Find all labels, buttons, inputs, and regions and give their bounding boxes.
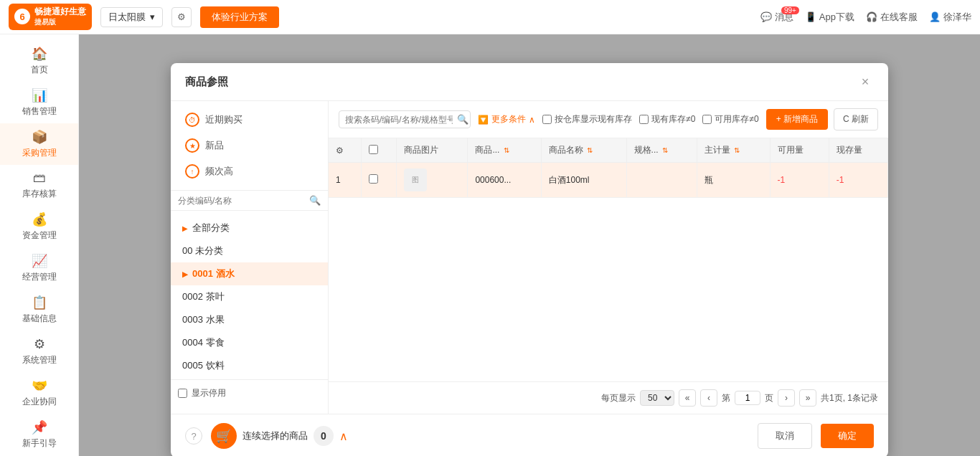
product-search-icon[interactable]: 🔍 bbox=[457, 114, 468, 125]
category-search-input[interactable] bbox=[178, 196, 306, 206]
app-layout: 🏠 首页 📊 销售管理 📦 采购管理 🗃 库存核算 💰 资金管理 📈 经营管理 … bbox=[0, 34, 980, 456]
freq-label: 频次高 bbox=[205, 165, 233, 178]
sidebar: 🏠 首页 📊 销售管理 📦 采购管理 🗃 库存核算 💰 资金管理 📈 经营管理 … bbox=[0, 34, 79, 456]
store-name: 日太阳膜 bbox=[108, 11, 146, 24]
category-search: 🔍 bbox=[171, 190, 328, 211]
product-search-input[interactable] bbox=[345, 115, 453, 125]
row-stock: -1 bbox=[829, 163, 887, 198]
sidebar-label-finance: 资金管理 bbox=[22, 229, 57, 242]
col-image: 商品图片 bbox=[396, 138, 467, 163]
sidebar-label-operation: 经营管理 bbox=[22, 271, 57, 283]
check-usable-stock[interactable]: 可用库存≠0 bbox=[702, 113, 758, 125]
cat-all[interactable]: ▶ 全部分类 bbox=[171, 217, 328, 239]
recent-purchases-btn[interactable]: ⏱ 近期购买 bbox=[178, 108, 321, 131]
row-no: 1 bbox=[329, 163, 361, 198]
sidebar-item-inventory[interactable]: 🗃 库存核算 bbox=[0, 165, 78, 206]
add-product-button[interactable]: + 新增商品 bbox=[766, 109, 828, 130]
row-unit: 瓶 bbox=[697, 163, 770, 198]
cat-all-arrow: ▶ bbox=[182, 224, 188, 232]
col-name[interactable]: 商品名称 ⇅ bbox=[541, 138, 626, 163]
sidebar-item-guide[interactable]: 📌 新手引导 bbox=[0, 414, 78, 455]
available-stock-checkbox[interactable] bbox=[639, 115, 649, 124]
col-checkbox[interactable] bbox=[361, 138, 396, 163]
cat-all-label: 全部分类 bbox=[192, 222, 230, 234]
sidebar-label-collab: 企业协同 bbox=[22, 396, 57, 408]
home-icon: 🏠 bbox=[32, 46, 47, 62]
sidebar-label-purchase: 采购管理 bbox=[22, 147, 57, 159]
new-label: 新品 bbox=[205, 139, 224, 152]
row-spec bbox=[626, 163, 697, 198]
cancel-button[interactable]: 取消 bbox=[758, 423, 812, 449]
mobile-icon: 📱 bbox=[805, 11, 816, 22]
new-products-btn[interactable]: ★ 新品 bbox=[178, 134, 321, 157]
online-service-link[interactable]: 🎧 在线客服 bbox=[866, 11, 918, 24]
recent-icon: ⏱ bbox=[185, 113, 199, 127]
logo-icon: 6 bbox=[14, 9, 30, 24]
first-page-btn[interactable]: « bbox=[679, 389, 696, 407]
cat-tea[interactable]: 0002 茶叶 bbox=[171, 285, 328, 308]
col-spec[interactable]: 规格... ⇅ bbox=[626, 138, 697, 163]
online-service-label: 在线客服 bbox=[880, 11, 918, 24]
category-search-icon[interactable]: 🔍 bbox=[309, 195, 321, 206]
filter-bar: 🔍 🔽 更多条件 ∧ 按仓库显示现有库存 bbox=[329, 101, 888, 138]
sidebar-item-sales[interactable]: 📊 销售管理 bbox=[0, 82, 78, 123]
cat-fruit[interactable]: 0003 水果 bbox=[171, 308, 328, 331]
next-page-btn[interactable]: › bbox=[778, 389, 795, 407]
sidebar-item-home[interactable]: 🏠 首页 bbox=[0, 40, 78, 82]
trial-button[interactable]: 体验行业方案 bbox=[200, 6, 279, 28]
prev-page-btn[interactable]: ‹ bbox=[700, 389, 717, 407]
row-name: 白酒100ml bbox=[541, 163, 626, 198]
cat-liquor-label: 0001 酒水 bbox=[192, 267, 235, 280]
table-header-row: ⚙ 商品图片 商品... ⇅ bbox=[329, 138, 888, 163]
table-row[interactable]: 1 图 000600... 白酒100ml 瓶 bbox=[329, 163, 888, 198]
sidebar-item-finance[interactable]: 💰 资金管理 bbox=[0, 206, 78, 247]
row-checkbox-cell[interactable] bbox=[361, 163, 396, 198]
store-selector[interactable]: 日太阳膜 ▾ bbox=[100, 7, 163, 27]
show-disabled-checkbox[interactable] bbox=[178, 389, 187, 398]
help-button[interactable]: ? bbox=[185, 427, 202, 445]
sidebar-item-collab[interactable]: 🤝 企业协同 bbox=[0, 372, 78, 414]
page-input[interactable] bbox=[735, 391, 760, 405]
top-nav: 6 畅捷通好生意 捷易版 日太阳膜 ▾ ⚙ 体验行业方案 💬 消息 99+ 📱 … bbox=[0, 0, 980, 34]
check-warehouse-stock[interactable]: 按仓库显示现有库存 bbox=[542, 113, 632, 125]
app-download-link[interactable]: 📱 App下载 bbox=[805, 11, 854, 24]
cat-snack[interactable]: 0004 零食 bbox=[171, 331, 328, 354]
cat-uncategorized[interactable]: 00 未分类 bbox=[171, 239, 328, 262]
check-available-stock[interactable]: 现有库存≠0 bbox=[639, 113, 695, 125]
user-area[interactable]: 👤 徐泽华 bbox=[929, 11, 971, 24]
select-all-checkbox[interactable] bbox=[369, 145, 378, 154]
cat-drink[interactable]: 0005 饮料 bbox=[171, 354, 328, 377]
sidebar-item-purchase[interactable]: 📦 采购管理 bbox=[0, 123, 78, 165]
page-size-select[interactable]: 50 bbox=[640, 390, 674, 406]
more-conditions-btn[interactable]: 🔽 更多条件 ∧ bbox=[478, 113, 535, 125]
filter-icon: 🔽 bbox=[478, 115, 489, 125]
product-reference-dialog: 商品参照 × ⏱ 近期购买 ★ 新品 bbox=[171, 63, 888, 456]
dialog-close-button[interactable]: × bbox=[857, 73, 874, 90]
settings-icon[interactable]: ⚙ bbox=[171, 7, 192, 27]
refresh-button[interactable]: C 刷新 bbox=[834, 108, 878, 130]
col-code[interactable]: 商品... ⇅ bbox=[468, 138, 541, 163]
cat-liquor[interactable]: ▶ 0001 酒水 bbox=[171, 262, 328, 285]
sidebar-item-operation[interactable]: 📈 经营管理 bbox=[0, 247, 78, 289]
sidebar-item-basic[interactable]: 📋 基础信息 bbox=[0, 289, 78, 331]
sidebar-item-system[interactable]: ⚙ 系统管理 bbox=[0, 331, 78, 372]
message-count: 99+ bbox=[781, 6, 799, 14]
col-unit[interactable]: 主计量 ⇅ bbox=[697, 138, 770, 163]
message-icon: 💬 bbox=[760, 11, 772, 22]
product-table: ⚙ 商品图片 商品... ⇅ bbox=[329, 138, 888, 198]
dialog-body: ⏱ 近期购买 ★ 新品 ↑ 频次高 bbox=[171, 101, 888, 414]
sort-spec-icon: ⇅ bbox=[662, 146, 668, 154]
page-summary: 共1页, 1条记录 bbox=[821, 392, 878, 404]
row-select-checkbox[interactable] bbox=[369, 174, 378, 184]
message-badge[interactable]: 💬 消息 99+ bbox=[760, 11, 793, 24]
col-settings[interactable]: ⚙ bbox=[329, 138, 361, 163]
sort-unit-icon: ⇅ bbox=[734, 146, 740, 154]
usable-stock-checkbox[interactable] bbox=[702, 115, 712, 124]
cart-collapse-icon[interactable]: ∧ bbox=[339, 429, 348, 443]
sort-code-icon: ⇅ bbox=[504, 146, 509, 154]
confirm-button[interactable]: 确定 bbox=[821, 424, 874, 448]
warehouse-stock-checkbox[interactable] bbox=[542, 115, 552, 124]
frequent-btn[interactable]: ↑ 频次高 bbox=[178, 160, 321, 183]
last-page-btn[interactable]: » bbox=[799, 389, 816, 407]
cat-drink-label: 0005 饮料 bbox=[182, 359, 225, 372]
